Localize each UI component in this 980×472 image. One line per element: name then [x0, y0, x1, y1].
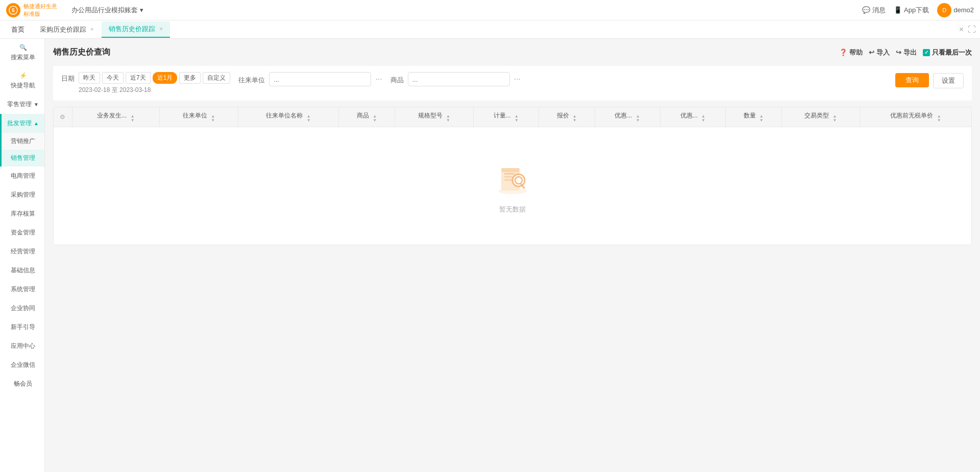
sidebar-wholesale-label: 批发管理: [7, 119, 32, 128]
sidebar-item-marketing[interactable]: 营销推广: [2, 133, 44, 150]
chevron-down-icon: ▼: [34, 102, 39, 107]
sidebar-finance-label: 资金管理: [11, 228, 35, 237]
table-col-quantity[interactable]: 数量 ▲▼: [725, 107, 781, 127]
import-btn[interactable]: ↩ 导入: [869, 48, 890, 57]
date-btn-custom[interactable]: 自定义: [203, 72, 230, 84]
search-icon: 🔍: [19, 44, 27, 51]
date-btn-today[interactable]: 今天: [102, 72, 124, 84]
table-col-discount2[interactable]: 优惠... ▲▼: [660, 107, 725, 127]
app-download-btn[interactable]: 📱 App下载: [894, 6, 929, 15]
empty-text: 暂无数据: [499, 205, 526, 214]
sidebar-item-sales[interactable]: 销售管理: [2, 150, 44, 167]
table-col-biz-date[interactable]: 业务发生... ▲▼: [72, 107, 160, 127]
tab-purchase-history[interactable]: 采购历史价跟踪 ×: [33, 21, 101, 38]
sort-arrows-discount2: ▲▼: [701, 114, 705, 123]
empty-state: 暂无数据: [54, 127, 971, 245]
sort-arrows-spec: ▲▼: [446, 114, 450, 123]
sidebar-search-label: 搜索菜单: [11, 53, 35, 62]
sort-arrows-quote: ▲▼: [573, 114, 577, 123]
sidebar-quick-nav-label: 快捷导航: [11, 81, 35, 90]
fullscreen-icon[interactable]: ⛶: [968, 25, 976, 34]
sidebar-item-wholesale[interactable]: 批发管理 ▲: [0, 114, 44, 133]
sidebar-item-search[interactable]: 🔍 搜索菜单: [0, 39, 44, 67]
date-btn-7days[interactable]: 近7天: [126, 72, 151, 84]
sidebar-item-enterprise-collab[interactable]: 企业协同: [0, 299, 44, 318]
partner-input[interactable]: [269, 72, 371, 86]
table-col-settings[interactable]: ⚙: [54, 107, 72, 127]
close-window-icon[interactable]: ×: [959, 25, 964, 34]
svg-point-7: [512, 174, 525, 186]
table-col-trade-type[interactable]: 交易类型 ▲▼: [781, 107, 860, 127]
app-selector[interactable]: 办公用品行业模拟账套 ▾: [71, 6, 143, 15]
table-col-no-tax-price[interactable]: 优惠前无税单价 ▲▼: [860, 107, 971, 127]
sidebar-item-ecommerce[interactable]: 电商管理: [0, 167, 44, 185]
help-btn[interactable]: ❓ 帮助: [839, 48, 863, 57]
logo-area: 6 畅捷通好生意 标准版: [6, 3, 57, 17]
sidebar-item-operations[interactable]: 经营管理: [0, 242, 44, 261]
sidebar-item-retail[interactable]: 零售管理 ▼: [0, 95, 44, 114]
sidebar-item-new-guide[interactable]: 新手引导: [0, 318, 44, 337]
export-btn[interactable]: ↪ 导出: [896, 48, 917, 57]
tab-purchase-close-icon[interactable]: ×: [90, 27, 93, 32]
table-col-product[interactable]: 商品 ▲▼: [339, 107, 395, 127]
sidebar-item-basic[interactable]: 基础信息: [0, 261, 44, 280]
svg-text:6: 6: [12, 8, 15, 13]
import-label: 导入: [876, 48, 890, 57]
table-col-unit[interactable]: 计量... ▲▼: [473, 107, 538, 127]
sidebar-item-purchase[interactable]: 采购管理: [0, 185, 44, 204]
svg-rect-5: [504, 176, 512, 178]
table-col-spec[interactable]: 规格型号 ▲▼: [395, 107, 474, 127]
tab-home-label: 首页: [11, 25, 24, 34]
sidebar-purchase-label: 采购管理: [11, 191, 35, 199]
product-dots-btn[interactable]: ···: [514, 75, 521, 84]
sidebar-member-label: 畅会员: [14, 380, 32, 388]
sidebar-item-inventory[interactable]: 库存核算: [0, 204, 44, 223]
date-btn-yesterday[interactable]: 昨天: [79, 72, 100, 84]
page-title-bar: 销售历史价查询 ❓ 帮助 ↩ 导入 ↪ 导出 ✓ 只看最后一次: [53, 47, 972, 58]
empty-state-row: 暂无数据: [54, 127, 971, 245]
main-layout: 🔍 搜索菜单 ⚡ 快捷导航 零售管理 ▼ 批发管理 ▲ 营销推广 销售管理 电商…: [0, 39, 980, 472]
date-range-text: 2023-02-18 至 2023-03-18: [79, 86, 230, 95]
sidebar-operations-label: 经营管理: [11, 247, 35, 256]
gear-icon[interactable]: ⚙: [60, 113, 65, 121]
sidebar-item-quick-nav[interactable]: ⚡ 快捷导航: [0, 67, 44, 95]
user-btn[interactable]: D demo2: [937, 3, 974, 17]
table-col-discount1[interactable]: 优惠... ▲▼: [595, 107, 660, 127]
table-body: 暂无数据: [54, 127, 971, 245]
filter-bar: 日期 昨天 今天 近7天 近1月 更多 自定义 2023-02-18 至 202…: [53, 66, 972, 101]
avatar: D: [937, 3, 951, 17]
page-actions: ❓ 帮助 ↩ 导入 ↪ 导出 ✓ 只看最后一次: [839, 48, 972, 57]
table-col-partner-name[interactable]: 往来单位名称 ▲▼: [238, 107, 338, 127]
tab-sales-history[interactable]: 销售历史价跟踪 ×: [102, 21, 169, 38]
export-icon: ↪: [896, 49, 901, 56]
quick-nav-icon: ⚡: [19, 72, 27, 79]
product-input[interactable]: [408, 72, 510, 86]
table-col-no-tax-price-label: 优惠前无税单价: [890, 112, 933, 119]
logo-svg: 6: [9, 6, 18, 15]
table-col-quote[interactable]: 报价 ▲▼: [538, 107, 595, 127]
table-col-discount2-label: 优惠...: [680, 112, 698, 119]
only-last-checkbox[interactable]: ✓ 只看最后一次: [923, 48, 972, 57]
table-col-partner-name-label: 往来单位名称: [266, 112, 303, 119]
sidebar-enterprise-collab-label: 企业协同: [11, 304, 35, 313]
partner-dots-btn[interactable]: ···: [375, 75, 382, 84]
sidebar-item-member[interactable]: 畅会员: [0, 374, 44, 393]
sidebar-item-enterprise-wechat[interactable]: 企业微信: [0, 356, 44, 374]
sidebar-inventory-label: 库存核算: [11, 209, 35, 218]
sidebar-retail-label: 零售管理: [7, 100, 32, 109]
sort-arrows-partner-code: ▲▼: [211, 114, 215, 123]
date-btn-more[interactable]: 更多: [179, 72, 201, 84]
sidebar-item-system[interactable]: 系统管理: [0, 280, 44, 299]
page-title: 销售历史价查询: [53, 47, 110, 58]
sort-arrows-biz-date: ▲▼: [131, 114, 135, 123]
sidebar-item-app-center[interactable]: 应用中心: [0, 337, 44, 356]
settings-button[interactable]: 设置: [933, 73, 964, 88]
sidebar-item-finance[interactable]: 资金管理: [0, 223, 44, 242]
query-button[interactable]: 查询: [895, 73, 929, 87]
table-col-partner-code[interactable]: 往来单位 ▲▼: [160, 107, 238, 127]
tab-sales-close-icon[interactable]: ×: [159, 26, 162, 32]
message-btn[interactable]: 💬 消息: [862, 6, 886, 15]
tab-home[interactable]: 首页: [4, 21, 32, 38]
svg-rect-4: [504, 173, 514, 175]
date-btn-1month[interactable]: 近1月: [153, 72, 178, 84]
